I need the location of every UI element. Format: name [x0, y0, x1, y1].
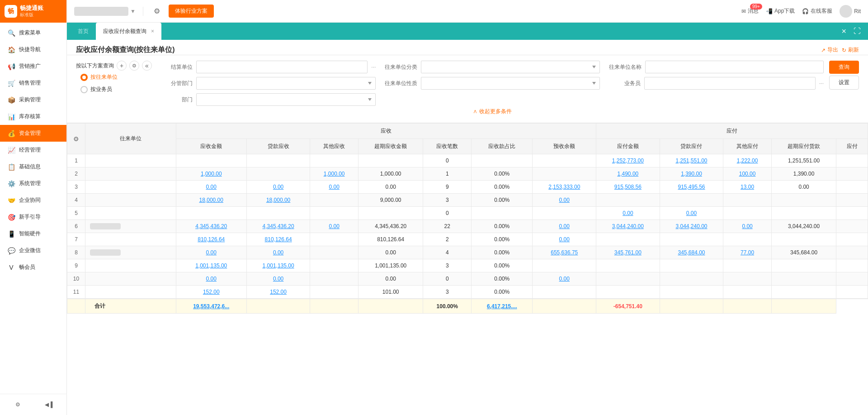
party-nature-select[interactable]	[421, 77, 599, 90]
query-button[interactable]: 查询	[829, 61, 859, 74]
filter-option-by-unit[interactable]: 按往来单位	[76, 72, 152, 83]
message-button[interactable]: ✉ 消息 99+	[741, 7, 759, 15]
cell-ap-loan[interactable]: 1,251,551.00	[660, 154, 723, 167]
sidebar-item-operation[interactable]: 📈 经营管理	[0, 142, 66, 158]
cell-ap-amount[interactable]: 3,044,240.00	[596, 220, 660, 233]
filter-collapse-button[interactable]: «	[142, 61, 152, 71]
salesperson-dots[interactable]: ···	[819, 80, 824, 86]
cell-ar-prepay[interactable]: 0.00	[533, 220, 596, 233]
cell-ar-loan[interactable]: 18,000.00	[246, 194, 310, 207]
sidebar-item-basic[interactable]: 📋 基础信息	[0, 158, 66, 175]
cell-ar-amount[interactable]: 18,000.00	[176, 194, 246, 207]
cell-ap-amount[interactable]: 345,761.00	[596, 246, 660, 259]
cell-ar-loan[interactable]: 4,345,436.20	[246, 220, 310, 233]
cell-ap-loan[interactable]	[660, 259, 723, 272]
filter-option-by-staff[interactable]: 按业务员	[76, 84, 152, 95]
tab-close-button[interactable]: ×	[151, 28, 154, 34]
topbar-dropdown-icon[interactable]: ▼	[130, 8, 136, 14]
cell-ap-loan[interactable]	[660, 286, 723, 299]
sidebar-item-quicknav[interactable]: 🏠 快捷导航	[0, 41, 66, 58]
cell-ar-prepay[interactable]	[533, 207, 596, 220]
cell-ar-other[interactable]: 0.00	[310, 220, 359, 233]
cell-ar-amount[interactable]: 0.00	[176, 181, 246, 194]
cell-ar-loan[interactable]: 810,126.64	[246, 233, 310, 246]
sidebar-item-purchase[interactable]: 📦 采购管理	[0, 91, 66, 108]
cell-ap-loan[interactable]: 345,684.00	[660, 246, 723, 259]
cell-ap-other[interactable]	[723, 194, 772, 207]
export-button[interactable]: ↗ 导出	[821, 46, 838, 54]
sidebar-item-marketing[interactable]: 📢 营销推广	[0, 58, 66, 75]
cell-ap-other[interactable]: 1,222.00	[723, 154, 772, 167]
sidebar-settings-button[interactable]: ⚙	[5, 399, 31, 410]
salesperson-input[interactable]	[644, 77, 816, 90]
settlement-unit-dots[interactable]: ···	[371, 64, 376, 70]
cell-ap-amount[interactable]: 1,490.00	[596, 167, 660, 181]
table-settings-icon[interactable]: ⚙	[73, 135, 79, 143]
sidebar-item-enterprise[interactable]: 🤝 企业协同	[0, 192, 66, 209]
settlement-unit-input[interactable]	[196, 61, 368, 73]
setting-button[interactable]: 设置	[829, 76, 859, 90]
cell-ar-amount[interactable]: 152.00	[176, 286, 246, 299]
cell-ap-other[interactable]	[723, 233, 772, 246]
cell-ar-amount[interactable]	[176, 154, 246, 167]
th-settings[interactable]: ⚙	[67, 124, 85, 154]
cell-ap-amount[interactable]	[596, 272, 660, 286]
party-name-input[interactable]	[645, 61, 824, 73]
cell-ar-loan[interactable]: 0.00	[246, 272, 310, 286]
cell-ap-loan[interactable]: 3,044,240.00	[660, 220, 723, 233]
cell-ar-loan[interactable]: 0.00	[246, 246, 310, 259]
cell-ar-amount[interactable]: 810,126.64	[176, 233, 246, 246]
cell-ar-loan[interactable]	[246, 154, 310, 167]
cell-ap-other[interactable]	[723, 207, 772, 220]
cell-ap-amount[interactable]: 1,252,773.00	[596, 154, 660, 167]
cell-ar-prepay[interactable]	[533, 167, 596, 181]
cell-ar-prepay[interactable]: 0.00	[533, 272, 596, 286]
app-download-button[interactable]: 📲 App下载	[766, 7, 795, 15]
cell-ap-amount[interactable]	[596, 233, 660, 246]
sidebar-item-system[interactable]: ⚙️ 系统管理	[0, 175, 66, 192]
tab-ar-ap[interactable]: 应收应付余额查询 ×	[96, 23, 161, 40]
sidebar-item-search[interactable]: 🔍 搜索菜单	[0, 24, 66, 41]
cell-ar-amount[interactable]: 0.00	[176, 272, 246, 286]
cell-ar-prepay[interactable]	[533, 259, 596, 272]
sidebar-collapse-button[interactable]: ◀▐	[36, 399, 62, 410]
cell-ap-loan[interactable]	[660, 233, 723, 246]
cell-ar-other[interactable]	[310, 233, 359, 246]
cell-ap-other[interactable]: 0.00	[723, 220, 772, 233]
cell-ar-amount[interactable]: 4,345,436.20	[176, 220, 246, 233]
cell-ap-other[interactable]: 13.00	[723, 181, 772, 194]
cell-ap-amount[interactable]	[596, 259, 660, 272]
cell-ar-prepay[interactable]	[533, 154, 596, 167]
sidebar-item-member[interactable]: V 畅会员	[0, 259, 66, 276]
sidebar-item-wechat[interactable]: 💬 企业微信	[0, 242, 66, 259]
cell-ap-amount[interactable]: 0.00	[596, 207, 660, 220]
filter-more-conditions[interactable]: ∧ 收起更多条件	[161, 106, 824, 117]
promo-button[interactable]: 体验行业方案	[169, 5, 214, 18]
cell-ar-other[interactable]: 0.00	[310, 181, 359, 194]
cell-ap-loan[interactable]	[660, 272, 723, 286]
cell-ar-prepay[interactable]	[533, 286, 596, 299]
tabbar-expand-button[interactable]: ⛶	[850, 27, 864, 35]
cell-ap-other[interactable]: 100.00	[723, 167, 772, 181]
cell-ap-amount[interactable]	[596, 194, 660, 207]
sidebar-item-guide[interactable]: 🎯 新手引导	[0, 209, 66, 225]
cell-ap-amount[interactable]: 915,508.56	[596, 181, 660, 194]
service-button[interactable]: 🎧 在线客服	[802, 7, 832, 15]
sidebar-item-sales[interactable]: 🛒 销售管理	[0, 75, 66, 91]
cell-ar-other[interactable]	[310, 259, 359, 272]
cell-ap-loan[interactable]: 915,495.56	[660, 181, 723, 194]
cell-ar-other[interactable]: 1,000.00	[310, 167, 359, 181]
cell-ar-prepay[interactable]: 0.00	[533, 233, 596, 246]
cell-ar-prepay[interactable]: 655,636.75	[533, 246, 596, 259]
cell-ap-loan[interactable]	[660, 194, 723, 207]
cell-ar-loan[interactable]: 152.00	[246, 286, 310, 299]
filter-add-button[interactable]: +	[117, 61, 127, 71]
department-select[interactable]	[196, 93, 376, 106]
sidebar-item-inventory[interactable]: 📊 库存核算	[0, 108, 66, 125]
cell-ar-prepay[interactable]: 0.00	[533, 194, 596, 207]
sidebar-item-finance[interactable]: 💰 资金管理	[0, 125, 66, 142]
sidebar-item-hardware[interactable]: 📱 智能硬件	[0, 225, 66, 242]
cell-ar-other[interactable]	[310, 207, 359, 220]
cell-ar-amount[interactable]: 0.00	[176, 246, 246, 259]
table-container[interactable]: ⚙ 往来单位 应收 应付 应收金额 贷款应收 其他应收 超期应收金额 应收笔数 …	[67, 123, 868, 415]
